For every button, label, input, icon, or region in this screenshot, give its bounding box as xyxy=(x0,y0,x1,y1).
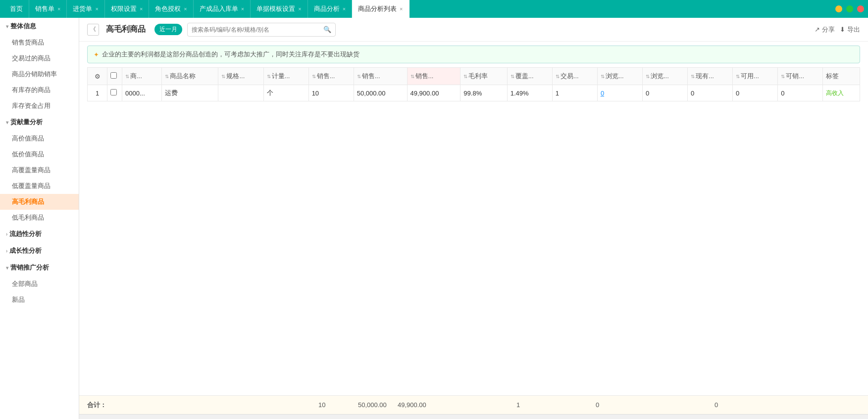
sidebar-group-marketing[interactable]: ▾ 营销推广分析 xyxy=(0,259,79,276)
sidebar-group-marketing-label: 营销推广分析 xyxy=(10,263,49,272)
select-all-checkbox[interactable] xyxy=(110,72,117,79)
nav-tab-product-entry[interactable]: 产成品入库单 × xyxy=(194,0,251,18)
search-icon[interactable]: 🔍 xyxy=(323,26,331,33)
sidebar-group-trend[interactable]: › 流趋性分析 xyxy=(0,226,79,242)
table-row: 1 0000... 运费 个 10 50,000.00 49,900.00 99… xyxy=(88,85,860,101)
th-sales1[interactable]: ⇅销售... xyxy=(308,68,354,85)
nav-tab-roles-label: 角色授权 xyxy=(155,4,181,13)
th-code[interactable]: ⇅商... xyxy=(122,68,162,85)
minimize-button[interactable] xyxy=(835,5,842,12)
th-spec[interactable]: ⇅规格... xyxy=(218,68,263,85)
arrow-icon-growth: › xyxy=(6,248,7,254)
nav-tab-analysis-list-close[interactable]: × xyxy=(400,6,403,12)
share-button[interactable]: ↗ 分享 xyxy=(815,25,835,34)
cell-stock1: 0 xyxy=(688,85,733,101)
search-input[interactable] xyxy=(192,26,323,33)
info-banner-text: 企业的主要的利润都是这部分商品创造的，可考虑加大推广，同时关注库存是不要出现缺货 xyxy=(102,50,359,59)
sidebar-group-overall[interactable]: ▾ 整体信息 xyxy=(0,18,79,35)
sidebar-item-low-coverage[interactable]: 低覆盖量商品 xyxy=(0,178,79,194)
content-header: 《 高毛利商品 近一月 🔍 ↗ 分享 ⬇ 导出 xyxy=(79,18,868,42)
th-browse2[interactable]: ⇅浏览... xyxy=(642,68,687,85)
nav-tab-home[interactable]: 首页 xyxy=(4,0,29,18)
th-unit[interactable]: ⇅计量... xyxy=(263,68,308,85)
sidebar-item-traded-goods[interactable]: 交易过的商品 xyxy=(0,50,79,66)
export-button[interactable]: ⬇ 导出 xyxy=(840,25,860,34)
maximize-button[interactable] xyxy=(846,5,853,12)
info-banner: ✦ 企业的主要的利润都是这部分商品创造的，可考虑加大推广，同时关注库存是不要出现… xyxy=(87,46,860,63)
collapse-sidebar-button[interactable]: 《 xyxy=(87,24,99,36)
sidebar-group-overall-label: 整体信息 xyxy=(10,22,36,31)
cell-deals: 1 xyxy=(552,85,597,101)
window-controls xyxy=(835,5,864,12)
cell-spec xyxy=(218,85,263,101)
cell-stock3: 0 xyxy=(778,85,823,101)
nav-tab-purchase-close[interactable]: × xyxy=(95,6,98,12)
close-button[interactable] xyxy=(857,5,864,12)
nav-tab-roles[interactable]: 角色授权 × xyxy=(149,0,193,18)
filter-recent-month-button[interactable]: 近一月 xyxy=(154,24,182,35)
nav-tab-analysis-close[interactable]: × xyxy=(343,6,346,12)
cell-sales2: 50,000.00 xyxy=(354,85,407,101)
search-box[interactable]: 🔍 xyxy=(187,23,336,37)
sidebar-item-sales-goods[interactable]: 销售货商品 xyxy=(0,35,79,50)
sidebar-item-high-value[interactable]: 高价值商品 xyxy=(0,131,79,146)
footer-sales3: 49,900.00 xyxy=(394,401,433,409)
th-tag[interactable]: 标签 xyxy=(823,68,860,85)
nav-tab-analysis-list-label: 商品分析列表 xyxy=(358,4,397,13)
sidebar-group-contribution[interactable]: ▾ 贡献量分析 xyxy=(0,114,79,131)
nav-tab-analysis-list[interactable]: 商品分析列表 × xyxy=(352,0,409,18)
nav-tab-roles-close[interactable]: × xyxy=(184,6,187,12)
nav-tab-permissions[interactable]: 权限设置 × xyxy=(105,0,149,18)
sidebar-item-distribution-rate[interactable]: 商品分销助销率 xyxy=(0,66,79,82)
table-header-row: ⚙ ⇅商... ⇅商品名称 ⇅规格... ⇅计量... ⇅销售... ⇅销售..… xyxy=(88,68,860,85)
th-name[interactable]: ⇅商品名称 xyxy=(162,68,218,85)
nav-tab-analysis[interactable]: 商品分析 × xyxy=(308,0,352,18)
nav-tab-template-close[interactable]: × xyxy=(298,6,301,12)
nav-tab-product-entry-close[interactable]: × xyxy=(241,6,244,12)
info-icon: ✦ xyxy=(94,51,99,58)
nav-tab-sales-close[interactable]: × xyxy=(57,6,60,12)
sidebar-item-new-goods[interactable]: 新品 xyxy=(0,292,79,308)
th-checkbox[interactable] xyxy=(107,68,122,85)
sidebar-item-low-value[interactable]: 低价值商品 xyxy=(0,146,79,162)
page-title: 高毛利商品 xyxy=(106,24,146,35)
header-actions: ↗ 分享 ⬇ 导出 xyxy=(815,25,860,34)
sidebar-item-stock-capital[interactable]: 库存资金占用 xyxy=(0,98,79,114)
nav-tab-permissions-close[interactable]: × xyxy=(140,6,143,12)
th-browse1[interactable]: ⇅浏览... xyxy=(597,68,642,85)
table-footer: 合计： 10 50,000.00 49,900.00 1 0 0 xyxy=(79,395,868,414)
footer-sales1: 10 xyxy=(314,401,354,409)
th-settings[interactable]: ⚙ xyxy=(88,68,107,85)
nav-tab-purchase[interactable]: 进货单 × xyxy=(67,0,104,18)
nav-tab-sales[interactable]: 销售单 × xyxy=(29,0,67,18)
th-stock3[interactable]: ⇅可销... xyxy=(778,68,823,85)
table-body: 1 0000... 运费 个 10 50,000.00 49,900.00 99… xyxy=(88,85,860,101)
footer-deals: 1 xyxy=(512,401,552,409)
nav-tab-template[interactable]: 单据模板设置 × xyxy=(251,0,307,18)
cell-browse1[interactable]: 0 xyxy=(597,85,642,101)
sidebar-item-in-stock[interactable]: 有库存的商品 xyxy=(0,82,79,98)
th-deals[interactable]: ⇅交易... xyxy=(552,68,597,85)
cell-stock2: 0 xyxy=(733,85,778,101)
th-profit-rate[interactable]: ⇅毛利率 xyxy=(460,68,507,85)
th-stock1[interactable]: ⇅现有... xyxy=(688,68,733,85)
th-sales2[interactable]: ⇅销售... xyxy=(354,68,407,85)
th-coverage[interactable]: ⇅覆盖... xyxy=(507,68,552,85)
cell-unit: 个 xyxy=(263,85,308,101)
main-layout: ▾ 整体信息 销售货商品 交易过的商品 商品分销助销率 有库存的商品 库存资金占… xyxy=(0,18,868,419)
nav-tab-home-label: 首页 xyxy=(10,4,23,13)
cell-coverage: 1.49% xyxy=(507,85,552,101)
th-stock2[interactable]: ⇅可用... xyxy=(733,68,778,85)
sidebar-item-high-margin[interactable]: 高毛利商品 xyxy=(0,194,79,210)
arrow-icon-overall: ▾ xyxy=(6,24,8,29)
sidebar-group-growth[interactable]: › 成长性分析 xyxy=(0,242,79,259)
cell-checkbox[interactable] xyxy=(107,85,122,101)
th-sales3[interactable]: ⇅销售... xyxy=(407,68,460,85)
sidebar-item-high-coverage[interactable]: 高覆盖量商品 xyxy=(0,162,79,178)
horizontal-scrollbar[interactable] xyxy=(79,414,868,419)
sidebar-item-low-margin[interactable]: 低毛利商品 xyxy=(0,210,79,226)
cell-tag: 高收入 xyxy=(823,85,860,101)
top-nav: 首页 销售单 × 进货单 × 权限设置 × 角色授权 × 产成品入库单 × 单据… xyxy=(0,0,868,18)
nav-tab-sales-label: 销售单 xyxy=(35,4,54,13)
sidebar-item-all-goods[interactable]: 全部商品 xyxy=(0,276,79,292)
